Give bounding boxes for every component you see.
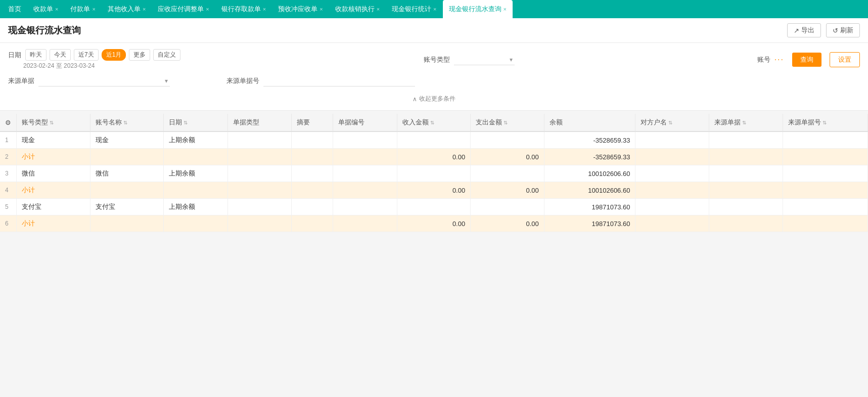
close-icon[interactable]: ×: [504, 6, 507, 12]
cell-balance: -3528659.33: [544, 149, 635, 165]
refresh-icon: ↺: [833, 27, 838, 34]
nav-advance-offset[interactable]: 预收冲应收单 ×: [272, 0, 329, 18]
source-doc-no-input[interactable]: [263, 75, 415, 86]
nav-cash-bank-flow[interactable]: 现金银行流水查询 ×: [443, 0, 513, 18]
date-btn-7days[interactable]: 近7天: [74, 49, 99, 61]
sort-icon[interactable]: ⇅: [742, 120, 746, 125]
header-actions: ↗ 导出 ↺ 刷新: [787, 23, 860, 37]
account-type-label: 账号类型: [424, 55, 450, 64]
nav-payments[interactable]: 付款单 ×: [64, 0, 101, 18]
date-btn-1month[interactable]: 近1月: [102, 49, 126, 61]
col-doc-no: 单据编号: [333, 114, 397, 131]
cell-date: [164, 182, 228, 199]
col-date: 日期⇅: [164, 114, 228, 131]
filter-row-2: 来源单据 来源单据号: [8, 75, 860, 86]
cell-doc-type: [227, 165, 292, 182]
cell-doc-type: [227, 215, 292, 232]
cell-income: 0.00: [397, 149, 471, 165]
sort-icon[interactable]: ⇅: [504, 120, 508, 125]
account-type-select[interactable]: 现金 微信 支付宝: [454, 54, 515, 65]
table-row[interactable]: 3微信微信上期余额100102606.60: [0, 165, 868, 182]
cell-income: 0.00: [397, 182, 471, 199]
cell-doc-type: [227, 131, 292, 149]
collapse-bar[interactable]: ∧ 收起更多条件: [8, 92, 860, 104]
date-btn-custom[interactable]: 自定义: [153, 49, 180, 61]
nav-ar-ap-adjust[interactable]: 应收应付调整单 ×: [152, 0, 215, 18]
refresh-button[interactable]: ↺ 刷新: [826, 23, 860, 37]
cell-source-doc: [709, 131, 783, 149]
nav-home[interactable]: 首页: [2, 0, 27, 18]
table-row[interactable]: 6小计0.000.0019871073.60: [0, 215, 868, 232]
close-icon[interactable]: ×: [92, 6, 95, 12]
table-row[interactable]: 2小计0.000.00-3528659.33: [0, 149, 868, 165]
table-row[interactable]: 5支付宝支付宝上期余额19871073.60: [0, 199, 868, 215]
sort-icon[interactable]: ⇅: [823, 120, 827, 125]
col-income: 收入金额⇅: [397, 114, 471, 131]
cell-source-doc-no: [783, 165, 867, 182]
sort-icon[interactable]: ⇅: [668, 120, 672, 125]
table-row[interactable]: 4小计0.000.00100102606.60: [0, 182, 868, 199]
nav-receipt-verify[interactable]: 收款核销执行 ×: [329, 0, 386, 18]
account-type-select-wrapper: 现金 微信 支付宝: [454, 54, 515, 65]
close-icon[interactable]: ×: [377, 6, 380, 12]
cell-account-name: [90, 182, 164, 199]
cell-balance: 100102606.60: [544, 182, 635, 199]
col-source-doc: 来源单据⇅: [709, 114, 783, 131]
col-settings[interactable]: ⚙: [0, 114, 17, 131]
sort-icon[interactable]: ⇅: [184, 120, 188, 125]
close-icon[interactable]: ×: [55, 6, 58, 12]
table-row[interactable]: 1现金现金上期余额-3528659.33: [0, 131, 868, 149]
cell-counterpart: [635, 131, 709, 149]
page-title: 现金银行流水查询: [8, 24, 81, 36]
close-icon[interactable]: ×: [319, 6, 323, 12]
cell-doc-type: [227, 199, 292, 215]
cell-source-doc-no: [783, 199, 867, 215]
cell-expense: 0.00: [471, 149, 544, 165]
cell-expense: 0.00: [471, 182, 544, 199]
cell-source-doc: [709, 215, 783, 232]
cell-date: [164, 215, 228, 232]
account-no-dots[interactable]: ···: [774, 55, 784, 64]
cell-doc-no: [333, 199, 397, 215]
cell-doc-no: [333, 149, 397, 165]
cell-source-doc-no: [783, 182, 867, 199]
nav-receipts[interactable]: 收款单 ×: [27, 0, 64, 18]
nav-other-income[interactable]: 其他收入单 ×: [102, 0, 152, 18]
date-btn-yesterday[interactable]: 昨天: [25, 49, 47, 61]
page-header: 现金银行流水查询 ↗ 导出 ↺ 刷新: [0, 18, 868, 43]
date-btn-more[interactable]: 更多: [129, 49, 150, 61]
cell-counterpart: [635, 182, 709, 199]
chevron-up-icon: ∧: [413, 96, 417, 103]
col-account-name: 账号名称⇅: [90, 114, 164, 131]
close-icon[interactable]: ×: [433, 6, 436, 12]
sort-icon[interactable]: ⇅: [50, 120, 54, 125]
close-icon[interactable]: ×: [263, 6, 266, 12]
table-body: 1现金现金上期余额-3528659.332小计0.000.00-3528659.…: [0, 131, 868, 232]
cell-doc-no: [333, 165, 397, 182]
date-options: 昨天 今天 近7天 近1月 更多 自定义: [25, 49, 180, 61]
cell-source-doc: [709, 165, 783, 182]
sort-icon[interactable]: ⇅: [123, 120, 127, 125]
nav-bank-deposit[interactable]: 银行存取款单 ×: [215, 0, 272, 18]
cell-doc-type: [227, 182, 292, 199]
cell-income: [397, 199, 471, 215]
cell-account-name: 支付宝: [90, 199, 164, 215]
cell-account-type: 支付宝: [17, 199, 90, 215]
source-doc-select[interactable]: [38, 75, 170, 86]
cell-expense: [471, 131, 544, 149]
row-num: 5: [0, 199, 17, 215]
row-num: 4: [0, 182, 17, 199]
account-no-label: 账号: [757, 55, 770, 64]
close-icon[interactable]: ×: [143, 6, 146, 12]
source-doc-select-wrapper: [38, 75, 170, 86]
date-btn-today[interactable]: 今天: [50, 49, 71, 61]
close-icon[interactable]: ×: [206, 6, 209, 12]
nav-cash-bank-stat[interactable]: 现金银行统计 ×: [386, 0, 442, 18]
sort-icon[interactable]: ⇅: [430, 120, 434, 125]
settings-button[interactable]: 设置: [830, 52, 860, 67]
cell-account-name: 微信: [90, 165, 164, 182]
cell-account-name: [90, 149, 164, 165]
cell-account-type: 现金: [17, 131, 90, 149]
query-button[interactable]: 查询: [792, 53, 821, 67]
export-button[interactable]: ↗ 导出: [787, 23, 821, 37]
